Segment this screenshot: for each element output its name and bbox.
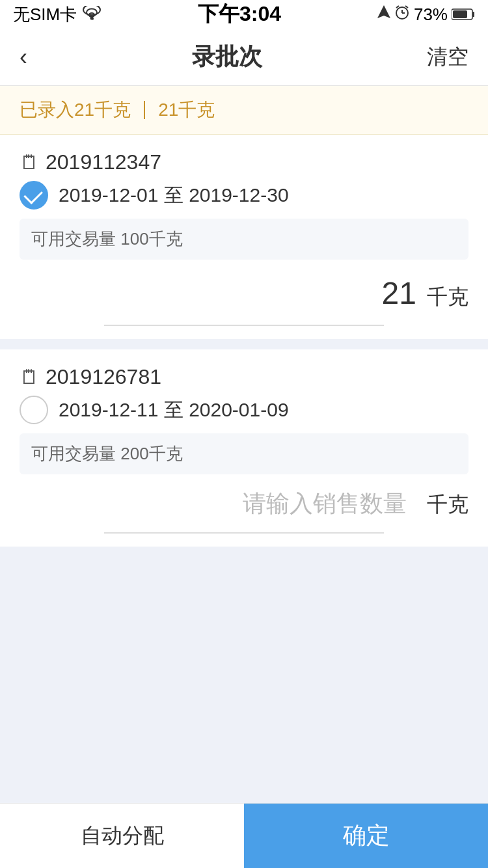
- status-left: 无SIM卡: [13, 3, 102, 26]
- status-bar: 无SIM卡 下午3:04 73%: [0, 0, 488, 29]
- batch-date-row-2: 2019-12-11 至 2020-01-09: [0, 396, 488, 433]
- batch-id-2: 2019126781: [46, 365, 161, 389]
- location-icon: [377, 4, 390, 25]
- radio-2[interactable]: [20, 396, 48, 424]
- carrier-label: 无SIM卡: [13, 3, 77, 26]
- content-area: 🗒 2019112347 2019-12-01 至 2019-12-30 可用交…: [0, 135, 488, 868]
- svg-rect-11: [472, 12, 474, 17]
- batch-item-1: 🗒 2019112347 2019-12-01 至 2019-12-30 可用交…: [0, 135, 488, 339]
- batch-date-row-1: 2019-12-01 至 2019-12-30: [0, 181, 488, 219]
- batch-date-2: 2019-12-11 至 2020-01-09: [59, 397, 289, 424]
- quantity-input-2[interactable]: [221, 490, 416, 517]
- back-button[interactable]: ‹: [20, 44, 27, 71]
- batch-header-2: 🗒 2019126781: [0, 349, 488, 396]
- svg-line-9: [405, 6, 408, 8]
- doc-icon-1: 🗒: [20, 152, 39, 174]
- bottom-bar: 自动分配 确定: [0, 803, 488, 868]
- quantity-row-1: 21 千克: [0, 269, 488, 325]
- status-right: 73%: [377, 4, 475, 25]
- batch-date-1: 2019-12-01 至 2019-12-30: [59, 182, 289, 209]
- wifi-icon: [82, 5, 102, 25]
- doc-icon-2: 🗒: [20, 366, 39, 388]
- status-time: 下午3:04: [198, 0, 281, 29]
- battery-label: 73%: [414, 5, 448, 25]
- confirm-button[interactable]: 确定: [244, 804, 488, 868]
- recorded-label: 已录入21千克: [20, 98, 131, 122]
- avail-row-2: 可用交易量 200千克: [20, 433, 468, 474]
- quantity-input-unit-2: 千克: [427, 491, 468, 519]
- svg-point-3: [90, 16, 94, 20]
- avail-row-1: 可用交易量 100千克: [20, 219, 468, 260]
- total-label: 21千克: [158, 98, 215, 122]
- avail-label-2: 可用交易量 200千克: [31, 444, 183, 463]
- auto-distribute-button[interactable]: 自动分配: [0, 804, 244, 868]
- avail-label-1: 可用交易量 100千克: [31, 229, 183, 249]
- empty-area: [0, 547, 488, 846]
- svg-rect-12: [453, 10, 467, 18]
- batch-item-2: 🗒 2019126781 2019-12-11 至 2020-01-09 可用交…: [0, 349, 488, 547]
- quantity-value-1: 21: [382, 275, 416, 311]
- svg-line-8: [396, 6, 399, 8]
- banner-divider: [144, 101, 145, 119]
- quantity-input-row-2: 千克: [0, 483, 488, 532]
- info-banner: 已录入21千克 21千克: [0, 86, 488, 135]
- batch-id-1: 2019112347: [46, 150, 161, 174]
- quantity-unit-1: 千克: [427, 283, 468, 312]
- svg-marker-4: [377, 5, 390, 18]
- battery-icon: [452, 5, 475, 25]
- alarm-icon: [394, 5, 410, 25]
- batch-header-1: 🗒 2019112347: [0, 135, 488, 181]
- section-separator: [0, 339, 488, 349]
- radio-1[interactable]: [20, 181, 48, 210]
- nav-bar: ‹ 录批次 清空: [0, 29, 488, 86]
- page-title: 录批次: [192, 41, 262, 73]
- clear-button[interactable]: 清空: [427, 43, 468, 72]
